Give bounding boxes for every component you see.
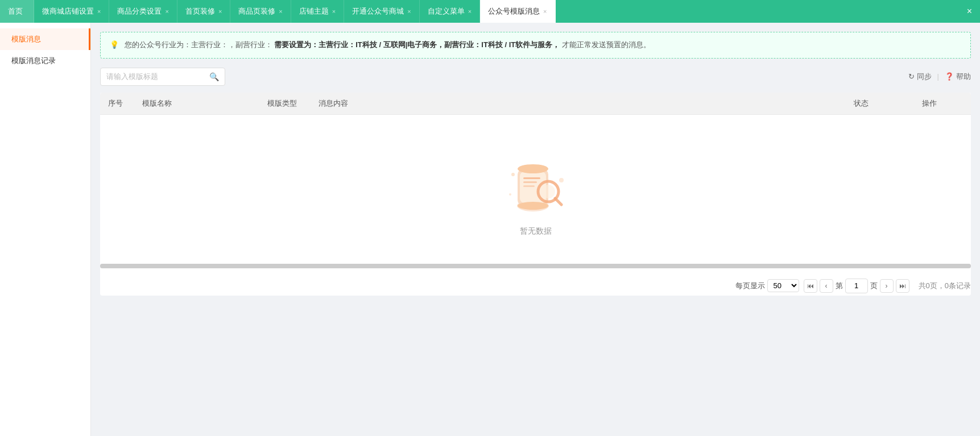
tab-homepage-label: 首页装修 (185, 6, 215, 16)
tab-theme-label: 店铺主题 (299, 6, 329, 16)
content-area: 💡 您的公众号行业为：主营行业：，副营行业： 需要设置为：主营行业：IT科技 /… (91, 23, 980, 436)
svg-line-10 (555, 198, 561, 205)
total-info: 共0页，0条记录 (919, 281, 971, 291)
sidebar-item-template-msg-label: 模版消息 (11, 35, 41, 43)
col-action: 操作 (914, 93, 971, 115)
svg-point-13 (509, 193, 511, 196)
svg-point-12 (559, 178, 564, 182)
data-table: 序号 模版名称 模版类型 消息内容 状态 操作 (100, 93, 971, 259)
page-navigation: ⏮ ‹ 第 页 › ⏭ (804, 279, 909, 293)
tab-category-label: 商品分类设置 (117, 6, 162, 16)
tab-category-close[interactable]: × (165, 8, 168, 15)
sync-button[interactable]: ↻ 同步 (908, 72, 932, 82)
search-icon[interactable]: 🔍 (209, 72, 219, 81)
col-name: 模版名称 (134, 93, 259, 115)
notice-icon: 💡 (110, 40, 119, 49)
page-size-label: 每页显示 (735, 281, 765, 291)
table-wrap: 序号 模版名称 模版类型 消息内容 状态 操作 (100, 93, 971, 296)
page-number-input[interactable] (845, 279, 868, 293)
help-icon: ❓ (945, 72, 954, 81)
tab-template-label: 公众号模版消息 (488, 6, 540, 16)
global-close-button[interactable]: × (959, 6, 980, 16)
svg-point-6 (518, 164, 548, 173)
empty-text: 暂无数据 (520, 226, 552, 236)
help-label: 帮助 (956, 72, 971, 82)
tab-mall-label: 开通公众号商城 (352, 6, 404, 16)
help-button[interactable]: ❓ 帮助 (945, 72, 971, 82)
sidebar-item-template-record-label: 模版消息记录 (11, 56, 56, 65)
svg-rect-5 (523, 185, 535, 187)
search-input[interactable] (106, 72, 209, 81)
sync-icon: ↻ (908, 72, 915, 81)
page-unit-label: 页 (870, 281, 878, 291)
table-header-row: 序号 模版名称 模版类型 消息内容 状态 操作 (100, 93, 971, 115)
tab-template[interactable]: 公众号模版消息 × (480, 0, 555, 23)
tab-menu-close[interactable]: × (468, 8, 472, 15)
horizontal-scrollbar[interactable] (100, 264, 971, 268)
main-layout: 模版消息 模版消息记录 💡 您的公众号行业为：主营行业：，副营行业： 需要设置为… (0, 23, 980, 436)
first-page-button[interactable]: ⏮ (804, 279, 817, 293)
tab-category[interactable]: 商品分类设置 × (109, 0, 177, 23)
svg-rect-3 (523, 177, 540, 179)
tab-product-label: 商品页装修 (238, 6, 275, 16)
svg-rect-4 (523, 181, 537, 183)
tab-weshop[interactable]: 微商城店铺设置 × (34, 0, 109, 23)
tab-weshop-close[interactable]: × (97, 8, 101, 15)
prev-page-button[interactable]: ‹ (820, 279, 833, 293)
page-prefix-label: 第 (836, 281, 843, 291)
pagination-row: 每页显示 50 10 20 100 ⏮ ‹ 第 页 › ⏭ (100, 273, 971, 296)
tab-theme[interactable]: 店铺主题 × (291, 0, 344, 23)
sync-label: 同步 (917, 72, 932, 82)
sidebar-item-template-msg[interactable]: 模版消息 (0, 28, 90, 50)
tab-product[interactable]: 商品页装修 × (230, 0, 291, 23)
top-navigation: 首页 微商城店铺设置 × 商品分类设置 × 首页装修 × 商品页装修 × 店铺主… (0, 0, 980, 23)
tab-template-close[interactable]: × (543, 8, 547, 15)
tab-home-label: 首页 (8, 6, 23, 16)
empty-illustration (502, 149, 570, 217)
empty-state: 暂无数据 (100, 115, 971, 259)
notice-highlight: 需要设置为：主营行业：IT科技 / 互联网|电子商务，副营行业：IT科技 / I… (274, 40, 560, 49)
tab-home[interactable]: 首页 (0, 0, 34, 23)
tab-homepage-close[interactable]: × (218, 8, 222, 15)
toolbar-divider: | (937, 72, 939, 81)
search-input-wrap[interactable]: 🔍 (100, 68, 225, 86)
tab-mall-close[interactable]: × (407, 8, 411, 15)
scrollbar-thumb[interactable] (100, 264, 971, 268)
tab-menu[interactable]: 自定义菜单 × (420, 0, 480, 23)
notice-box: 💡 您的公众号行业为：主营行业：，副营行业： 需要设置为：主营行业：IT科技 /… (100, 32, 971, 59)
search-row: 🔍 ↻ 同步 | ❓ 帮助 (100, 68, 971, 86)
col-status: 状态 (846, 93, 914, 115)
sidebar: 模版消息 模版消息记录 (0, 23, 91, 436)
next-page-button[interactable]: › (880, 279, 894, 293)
svg-point-9 (541, 185, 555, 198)
col-content: 消息内容 (311, 93, 846, 115)
col-type: 模版类型 (259, 93, 311, 115)
page-size-dropdown[interactable]: 50 10 20 100 (767, 279, 799, 292)
action-links: ↻ 同步 | ❓ 帮助 (908, 72, 971, 82)
page-size-select: 每页显示 50 10 20 100 (735, 279, 799, 292)
notice-prefix: 您的公众号行业为：主营行业：，副营行业： (125, 40, 272, 49)
tab-weshop-label: 微商城店铺设置 (42, 6, 94, 16)
svg-point-7 (518, 202, 548, 210)
table-empty-row: 暂无数据 (100, 114, 971, 259)
svg-point-11 (511, 173, 515, 176)
tab-mall[interactable]: 开通公众号商城 × (344, 0, 419, 23)
tab-homepage[interactable]: 首页装修 × (177, 0, 230, 23)
tab-product-close[interactable]: × (279, 8, 282, 15)
col-index: 序号 (100, 93, 134, 115)
sidebar-item-template-record[interactable]: 模版消息记录 (0, 50, 90, 72)
notice-suffix: 才能正常发送预置的消息。 (562, 40, 651, 49)
last-page-button[interactable]: ⏭ (896, 279, 909, 293)
tab-menu-label: 自定义菜单 (428, 6, 465, 16)
tab-theme-close[interactable]: × (332, 8, 336, 15)
